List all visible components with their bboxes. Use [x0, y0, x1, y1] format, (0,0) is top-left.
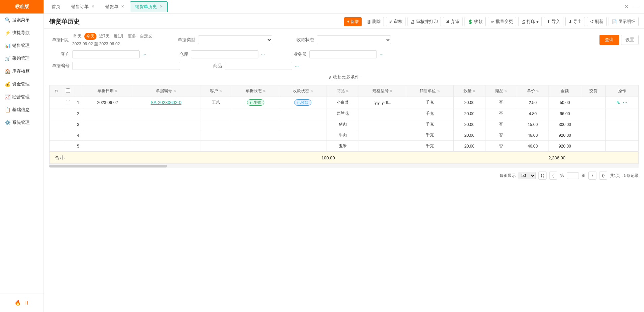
scrollbar-thumb[interactable]	[49, 165, 167, 167]
row-checkbox[interactable]	[66, 100, 70, 104]
collect-status-select[interactable]	[317, 35, 391, 44]
tab-home[interactable]: 首页	[47, 1, 65, 12]
pause-icon[interactable]: ⏸	[24, 300, 29, 306]
cell-actions[interactable]	[606, 119, 639, 130]
date-shortcut-1month[interactable]: 近1月	[112, 33, 125, 40]
export-button[interactable]: ⬇ 导出	[565, 17, 585, 26]
page-size-select[interactable]: 50 20 100	[519, 172, 536, 179]
warehouse-dots[interactable]: ···	[261, 52, 265, 57]
audit-button[interactable]: ✔ 审核	[386, 17, 405, 26]
sidebar-item-purchase-mgmt[interactable]: 🛒 采购管理	[0, 52, 44, 65]
sidebar-item-basic-info[interactable]: 📋 基础信息	[0, 103, 44, 116]
sidebar-item-quick-nav[interactable]: ⚡ 快捷导航	[0, 26, 44, 39]
audit-print-button[interactable]: 🖨 审核并打印	[408, 17, 441, 26]
query-button[interactable]: 查询	[599, 35, 619, 45]
delete-button[interactable]: 🗑 删除	[364, 17, 384, 26]
col-doc-date[interactable]: 单据日期 ⇅	[83, 85, 132, 97]
sidebar-item-finance[interactable]: 💰 资金管理	[0, 78, 44, 90]
sidebar-item-sys-mgmt[interactable]: ⚙️ 系统管理	[0, 116, 44, 129]
cell-check[interactable]	[63, 141, 73, 152]
doc-no-input[interactable]	[72, 62, 180, 70]
cell-doc-no[interactable]	[132, 141, 200, 152]
col-check[interactable]	[63, 85, 73, 97]
col-doc-status[interactable]: 单据状态 ⇅	[232, 85, 279, 97]
customer-input[interactable]	[72, 50, 140, 58]
date-shortcut-today[interactable]: 今天	[84, 33, 96, 40]
salesperson-dots[interactable]: ···	[380, 52, 384, 57]
first-page-button[interactable]: ⟨⟨	[538, 172, 547, 180]
col-gear[interactable]: ⚙	[50, 85, 63, 97]
product-input[interactable]	[225, 62, 292, 70]
col-collect-status[interactable]: 收款状态 ⇅	[279, 85, 327, 97]
cell-doc-no[interactable]: SA-20230602-0	[132, 97, 200, 108]
sidebar-item-sales-mgmt[interactable]: 📊 销售管理	[0, 39, 44, 52]
page-number-input[interactable]: 1	[567, 172, 579, 179]
cell-doc-status	[232, 141, 279, 152]
product-dots[interactable]: ···	[295, 63, 299, 69]
tab-sales-history[interactable]: 销货单历史 ✕	[130, 1, 168, 12]
window-close-icon[interactable]: ✕	[622, 3, 631, 10]
tab-bar: 首页 销售订单 ✕ 销货单 ✕ 销货单历史 ✕ ✕ —	[44, 0, 644, 14]
more-action-icon[interactable]: ⋯	[622, 100, 628, 105]
date-shortcut-custom[interactable]: 自定义	[139, 33, 153, 40]
salesperson-input[interactable]	[309, 50, 377, 58]
tab-sales-history-close[interactable]: ✕	[160, 4, 163, 9]
col-price[interactable]: 单价 ⇅	[517, 85, 549, 97]
doc-no-link[interactable]: SA-20230602-0	[151, 100, 181, 105]
refresh-button[interactable]: ↺ 刷新	[587, 17, 607, 26]
edit-action-icon[interactable]: ✎	[616, 100, 621, 105]
col-product[interactable]: 商品 ⇅	[327, 85, 359, 97]
tab-sales-order[interactable]: 销售订单 ✕	[66, 1, 100, 12]
cell-spec	[359, 130, 406, 141]
col-doc-no[interactable]: 单据编号 ⇅	[132, 85, 200, 97]
col-customer[interactable]: 客户 ⇅	[200, 85, 232, 97]
cell-actions[interactable]	[606, 141, 639, 152]
tab-sales-order-close[interactable]: ✕	[91, 4, 94, 9]
date-shortcut-more[interactable]: 更多	[127, 33, 137, 40]
sidebar-item-ops-mgmt[interactable]: 📈 经营管理	[0, 90, 44, 103]
cell-actions[interactable]	[606, 130, 639, 141]
select-all-checkbox[interactable]	[66, 88, 70, 93]
cell-check[interactable]	[63, 130, 73, 141]
tab-sales-delivery-close[interactable]: ✕	[121, 4, 124, 9]
cell-actions[interactable]	[606, 108, 639, 119]
date-shortcut-yesterday[interactable]: 昨天	[72, 33, 83, 40]
cell-qty: 20.00	[453, 130, 485, 141]
cell-check[interactable]	[63, 97, 73, 108]
cell-doc-no[interactable]	[132, 130, 200, 141]
sidebar-item-search-menu[interactable]: 🔍 搜索菜单	[0, 14, 44, 26]
collapse-button[interactable]: ∧ 收起更多条件	[326, 73, 362, 81]
batch-change-button[interactable]: ✏ 批量变更	[488, 17, 516, 26]
col-gift[interactable]: 赠品 ⇅	[485, 85, 517, 97]
warehouse-input[interactable]	[191, 50, 258, 58]
footer-total-amount: 2,286.00	[548, 155, 633, 160]
abandon-button[interactable]: ✖ 弃审	[443, 17, 463, 26]
doc-type-select[interactable]	[198, 35, 272, 44]
cell-doc-no[interactable]	[132, 119, 200, 130]
prev-page-button[interactable]: ⟨	[549, 172, 557, 180]
print-button[interactable]: 🖨 打印 ▾	[518, 17, 542, 26]
cell-check[interactable]	[63, 119, 73, 130]
collect-button[interactable]: 💲 收款	[465, 17, 486, 26]
cell-check[interactable]	[63, 108, 73, 119]
tab-sales-delivery[interactable]: 销货单 ✕	[100, 1, 129, 12]
col-spec[interactable]: 规格型号 ⇅	[359, 85, 406, 97]
show-details-button[interactable]: 📄 显示明细	[609, 17, 639, 26]
import-button[interactable]: ⬆ 导入	[544, 17, 563, 26]
sidebar-item-inventory[interactable]: 🏠 库存核算	[0, 65, 44, 78]
col-qty[interactable]: 数量 ⇅	[453, 85, 485, 97]
cell-doc-no[interactable]	[132, 108, 200, 119]
cell-spec: tyjyjtyjdf...	[359, 97, 406, 108]
settings-button[interactable]: 设置	[621, 35, 639, 45]
new-button[interactable]: + 新增	[344, 17, 362, 26]
cell-actions[interactable]: ✎ ⋯	[606, 97, 639, 108]
last-page-button[interactable]: ⟩⟩	[599, 172, 607, 180]
horizontal-scrollbar[interactable]	[49, 164, 639, 168]
col-unit[interactable]: 销售单位 ⇅	[406, 85, 454, 97]
window-minimize-icon[interactable]: —	[632, 4, 641, 10]
customer-dots[interactable]: ···	[142, 52, 146, 57]
next-page-button[interactable]: ⟩	[588, 172, 596, 180]
cell-row-no: 3	[73, 119, 83, 130]
date-shortcut-7days[interactable]: 近7天	[98, 33, 111, 40]
fire-icon[interactable]: 🔥	[15, 300, 21, 306]
